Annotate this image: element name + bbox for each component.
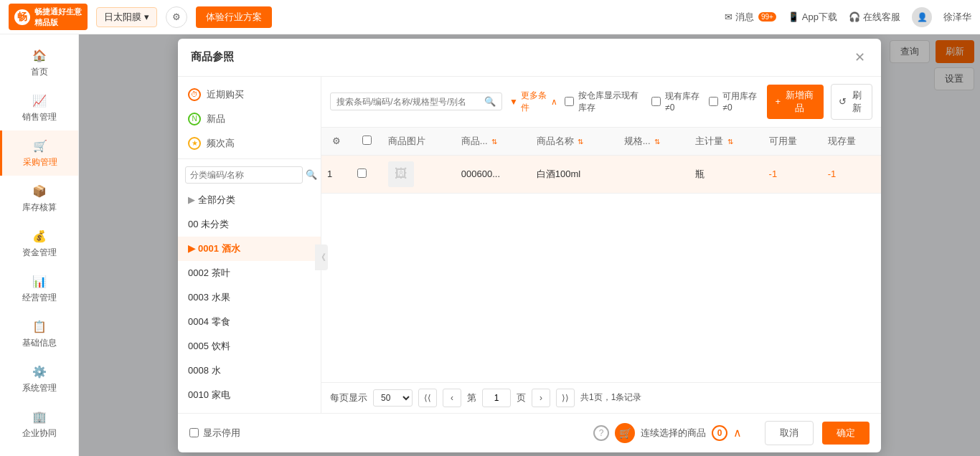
sidebar-item-guide[interactable]: 🌟 新手引导 xyxy=(0,447,78,456)
row-select-checkbox[interactable] xyxy=(357,168,367,178)
row-name: 白酒100ml xyxy=(531,155,618,193)
page-number-input[interactable] xyxy=(482,389,511,407)
category-3[interactable]: 0003 水果 xyxy=(178,285,321,310)
th-spec[interactable]: 规格... ⇅ xyxy=(618,128,689,156)
product-search-input[interactable] xyxy=(336,97,480,107)
category-4[interactable]: 0004 零食 xyxy=(178,310,321,334)
main-layout: 🏠 首页 📈 销售管理 🛒 采购管理 📦 库存核算 💰 资金管理 📊 经营管理 … xyxy=(0,34,980,456)
search-icon[interactable]: 🔍 xyxy=(306,169,317,180)
nav-message[interactable]: ✉ 消息 99+ xyxy=(725,11,776,24)
sort-spec-icon: ⇅ xyxy=(654,138,660,146)
show-disabled-input[interactable] xyxy=(189,428,199,437)
sidebar-item-inventory[interactable]: 📦 库存核算 xyxy=(0,176,78,221)
row-unit: 瓶 xyxy=(689,155,763,193)
headset-icon: 🎧 xyxy=(849,11,860,22)
checkbox-available-nonzero-input[interactable] xyxy=(709,97,718,106)
prev-page-button[interactable]: ‹ xyxy=(443,389,461,407)
help-icon[interactable]: ? xyxy=(593,425,609,441)
th-stock[interactable]: 现存量 xyxy=(822,128,881,156)
th-unit[interactable]: 主计量 ⇅ xyxy=(689,128,763,156)
message-icon: ✉ xyxy=(725,11,732,22)
sidebar: 🏠 首页 📈 销售管理 🛒 采购管理 📦 库存核算 💰 资金管理 📊 经营管理 … xyxy=(0,34,79,456)
filter-button[interactable]: ▼ 更多条件 ∧ xyxy=(509,90,557,114)
frequent-icon: ★ xyxy=(188,137,201,150)
category-1[interactable]: ▶ 0001 酒水 xyxy=(178,237,321,261)
sidebar-item-purchase[interactable]: 🛒 采购管理 xyxy=(0,130,78,176)
cancel-button[interactable]: 取消 xyxy=(765,421,814,445)
home-icon: 🏠 xyxy=(32,47,47,63)
refresh-button[interactable]: ↺ 刷新 xyxy=(831,84,872,120)
right-panel: 🔍 ▼ 更多条件 ∧ 按仓库显示现有库存 xyxy=(321,77,881,413)
checkbox-stock-nonzero-input[interactable] xyxy=(651,97,661,106)
logo-title: 畅捷通好生意 xyxy=(34,6,82,16)
sidebar-label: 资金管理 xyxy=(22,247,57,259)
nav-gear[interactable]: ⚙ xyxy=(166,6,187,28)
modal-close-button[interactable]: ✕ xyxy=(851,49,868,66)
phone-icon: 📱 xyxy=(788,11,799,22)
panel-collapse-button[interactable]: 《 xyxy=(315,244,328,270)
sidebar-label: 采购管理 xyxy=(23,156,57,168)
category-7[interactable]: 0010 家电 xyxy=(178,383,321,407)
product-modal: 商品参照 ✕ ⏱ 近期购买 N 新品 xyxy=(178,39,881,452)
system-icon: ⚙️ xyxy=(32,364,47,379)
category-0[interactable]: 00 未分类 xyxy=(178,212,321,237)
cart-icon[interactable]: 🛒 xyxy=(615,423,635,443)
sidebar-label: 首页 xyxy=(31,66,48,78)
checkbox-warehouse-input[interactable] xyxy=(565,97,574,106)
checkbox-warehouse[interactable]: 按仓库显示现有库存 xyxy=(565,90,644,114)
last-page-button[interactable]: ⟩⟩ xyxy=(556,389,575,407)
avatar[interactable]: 👤 xyxy=(912,7,932,27)
category-2[interactable]: 0002 茶叶 xyxy=(178,261,321,285)
modal-footer: 显示停用 ? 🛒 连续选择的商品 0 ∧ 取消 确定 xyxy=(178,413,881,452)
th-name[interactable]: 商品名称 ⇅ xyxy=(531,128,618,156)
category-search-row: 🔍 xyxy=(178,162,321,188)
category-all[interactable]: ▶ 全部分类 xyxy=(178,188,321,212)
sidebar-item-basic-info[interactable]: 📋 基础信息 xyxy=(0,311,78,356)
sidebar-label: 系统管理 xyxy=(22,382,57,394)
add-product-button[interactable]: + 新增商品 xyxy=(767,85,824,119)
chevron-icon: ∧ xyxy=(551,97,557,107)
sidebar-label: 企业协同 xyxy=(22,427,57,440)
checkbox-stock-nonzero[interactable]: 现有库存≠0 xyxy=(651,90,702,113)
th-checkbox[interactable] xyxy=(352,128,382,156)
confirm-button[interactable]: 确定 xyxy=(822,422,870,445)
nav-dropdown[interactable]: 日太阳膜 ▾ xyxy=(96,7,157,27)
table-header-row: ⚙ 商品图片 商品... ⇅ xyxy=(321,128,881,156)
show-disabled-checkbox[interactable]: 显示停用 xyxy=(189,427,240,440)
sidebar-item-system[interactable]: ⚙️ 系统管理 xyxy=(0,356,78,402)
search-submit-icon[interactable]: 🔍 xyxy=(484,96,496,107)
th-settings[interactable]: ⚙ xyxy=(321,128,352,156)
table-row[interactable]: 1 🖼 xyxy=(321,155,881,193)
nav-online-service[interactable]: 🎧 在线客服 xyxy=(849,11,900,24)
nav-app-download[interactable]: 📱 App下载 xyxy=(788,11,837,24)
sidebar-label: 经营管理 xyxy=(22,292,57,304)
row-available: -1 xyxy=(763,155,822,193)
quick-item-new[interactable]: N 新品 xyxy=(178,107,321,131)
filter-icon: ▼ xyxy=(509,97,518,107)
row-checkbox[interactable] xyxy=(352,155,382,193)
select-all-checkbox[interactable] xyxy=(362,136,372,145)
quick-item-recent[interactable]: ⏱ 近期购买 xyxy=(178,82,321,107)
checkbox-available-nonzero[interactable]: 可用库存≠0 xyxy=(709,90,759,113)
sidebar-item-sales[interactable]: 📈 销售管理 xyxy=(0,85,78,130)
sidebar-item-finance[interactable]: 💰 资金管理 xyxy=(0,221,78,266)
quick-item-frequent[interactable]: ★ 频次高 xyxy=(178,131,321,156)
sidebar-item-enterprise[interactable]: 🏢 企业协同 xyxy=(0,402,78,447)
sidebar-item-home[interactable]: 🏠 首页 xyxy=(0,40,78,85)
th-available[interactable]: 可用量 xyxy=(763,128,822,156)
sidebar-item-operations[interactable]: 📊 经营管理 xyxy=(0,266,78,311)
th-code[interactable]: 商品... ⇅ xyxy=(456,128,531,156)
category-6[interactable]: 0008 水 xyxy=(178,358,321,383)
page-label: 第 xyxy=(467,391,476,404)
logo-sub: 精品版 xyxy=(34,17,82,27)
next-page-button[interactable]: › xyxy=(532,389,550,407)
experience-button[interactable]: 体验行业方案 xyxy=(196,6,272,28)
category-5[interactable]: 0005 饮料 xyxy=(178,334,321,358)
cart-collapse-icon[interactable]: ∧ xyxy=(733,426,742,440)
page-size-select[interactable]: 50 20 100 xyxy=(373,389,413,407)
product-table-container: ⚙ 商品图片 商品... ⇅ xyxy=(321,128,881,382)
operations-icon: 📊 xyxy=(32,273,47,289)
category-search-input[interactable] xyxy=(185,166,303,184)
cart-area: ? 🛒 连续选择的商品 0 ∧ xyxy=(593,423,742,443)
first-page-button[interactable]: ⟨⟨ xyxy=(418,389,437,407)
